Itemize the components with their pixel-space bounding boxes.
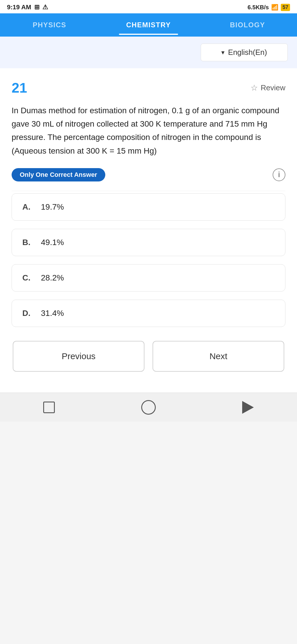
language-selector[interactable]: ▾ English(En)	[201, 44, 288, 61]
review-button[interactable]: ☆ Review	[251, 83, 285, 93]
bottom-nav-bar	[0, 393, 297, 422]
option-c[interactable]: C. 28.2%	[12, 264, 285, 292]
option-a-value: 19.7%	[41, 202, 64, 212]
info-symbol: i	[278, 170, 280, 179]
option-b-value: 49.1%	[41, 238, 64, 247]
battery-indicator: 57	[281, 4, 290, 11]
back-nav-button[interactable]	[242, 401, 254, 414]
previous-button[interactable]: Previous	[13, 341, 144, 372]
language-label: English(En)	[228, 48, 267, 57]
star-icon: ☆	[251, 83, 258, 93]
tab-bar: PHYSICS CHEMISTRY BIOLOGY	[0, 13, 297, 37]
alert-icon: ⚠	[42, 3, 48, 11]
question-number: 21	[12, 80, 27, 96]
option-d-value: 31.4%	[41, 309, 64, 318]
answer-type-badge[interactable]: Only One Correct Answer	[12, 168, 105, 181]
tab-physics[interactable]: PHYSICS	[0, 15, 99, 35]
main-content: 21 ☆ Review In Dumas method for estimati…	[0, 68, 297, 393]
back-icon	[242, 401, 254, 414]
option-b-label: B.	[22, 238, 33, 247]
option-d[interactable]: D. 31.4%	[12, 300, 285, 327]
status-left: 9:19 AM ⊞ ⚠	[7, 3, 48, 11]
tab-chemistry[interactable]: CHEMISTRY	[99, 15, 198, 35]
chevron-down-icon: ▾	[221, 49, 224, 56]
divider	[12, 191, 285, 191]
review-label: Review	[261, 83, 285, 92]
option-a-label: A.	[22, 202, 33, 212]
status-time: 9:19 AM	[7, 3, 31, 11]
question-text: In Dumas method for estimation of nitrog…	[12, 104, 285, 158]
message-icon: ⊞	[34, 3, 39, 11]
option-d-label: D.	[22, 309, 33, 318]
home-nav-button[interactable]	[141, 400, 156, 415]
answer-type-row: Only One Correct Answer i	[12, 168, 285, 181]
option-b[interactable]: B. 49.1%	[12, 229, 285, 256]
network-bars-icon: 📶	[271, 4, 278, 11]
option-a[interactable]: A. 19.7%	[12, 193, 285, 221]
language-bar: ▾ English(En)	[0, 37, 297, 68]
tab-biology[interactable]: BIOLOGY	[198, 15, 297, 35]
info-icon[interactable]: i	[273, 168, 285, 181]
circle-icon	[141, 400, 156, 415]
status-right: 6.5KB/s 📶 57	[248, 4, 290, 11]
square-nav-button[interactable]	[43, 402, 55, 413]
nav-buttons: Previous Next	[12, 341, 285, 372]
square-icon	[43, 402, 55, 413]
options-list: A. 19.7% B. 49.1% C. 28.2% D. 31.4%	[12, 193, 285, 327]
network-speed: 6.5KB/s	[248, 4, 269, 11]
status-bar: 9:19 AM ⊞ ⚠ 6.5KB/s 📶 57	[0, 0, 297, 13]
option-c-value: 28.2%	[41, 273, 64, 283]
option-c-label: C.	[22, 273, 33, 283]
next-button[interactable]: Next	[153, 341, 284, 372]
question-header: 21 ☆ Review	[12, 80, 285, 96]
